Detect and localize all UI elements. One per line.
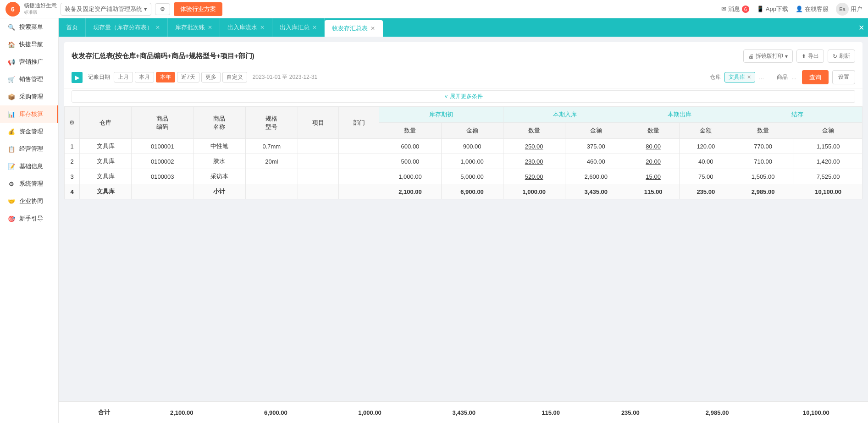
print-button[interactable]: 🖨 拆镜版打印 ▾ — [743, 49, 793, 63]
more-btn[interactable]: 更多 — [201, 72, 221, 82]
date-range: 2023-01-01 至 2023-12-31 — [253, 73, 317, 81]
out-group-header: 本期出库 — [627, 107, 732, 123]
row-out-qty[interactable]: 80.00 — [627, 139, 680, 154]
row-close-qty: 2,985.00 — [732, 184, 794, 199]
row-in-qty[interactable]: 520.00 — [503, 169, 565, 184]
row-name: 胶水 — [194, 154, 245, 169]
row-project — [298, 139, 339, 154]
online-service-label: 在线客服 — [805, 5, 829, 13]
tab-close-recv-send[interactable]: ✕ — [370, 25, 375, 32]
goods-filter-dots[interactable]: ... — [791, 74, 796, 81]
message-label: 消息 — [728, 5, 740, 13]
in-qty-link[interactable]: 520.00 — [525, 173, 543, 180]
out-qty-link[interactable]: 20.00 — [646, 158, 661, 165]
opening-group-header: 库存期初 — [379, 107, 503, 123]
tab-flow[interactable]: 出入库流水✕ — [220, 18, 272, 37]
custom-btn[interactable]: 自定义 — [222, 72, 247, 82]
sidebar-item-finance[interactable]: 💰资金管理 — [0, 123, 58, 140]
row-open-amt: 5,000.00 — [441, 169, 503, 184]
tab-close-flow[interactable]: ✕ — [260, 24, 265, 31]
in-qty-link[interactable]: 250.00 — [525, 143, 543, 150]
sidebar-item-system[interactable]: ⚙系统管理 — [0, 175, 58, 192]
purchase-icon: 📦 — [7, 93, 16, 101]
row-no: 1 — [65, 139, 80, 154]
message-item[interactable]: ✉ 消息 6 — [721, 5, 749, 13]
sidebar-item-sales[interactable]: 🛒销售管理 — [0, 71, 58, 88]
row-out-qty[interactable]: 20.00 — [627, 154, 680, 169]
trial-button[interactable]: 体验行业方案 — [174, 2, 222, 16]
enterprise-icon: 🤝 — [7, 197, 16, 205]
warehouse-filter-label: 仓库 — [710, 73, 721, 81]
settings-button[interactable]: ⚙ — [155, 3, 170, 15]
tab-label-home: 首页 — [66, 23, 78, 32]
open-amt-header: 金额 — [441, 123, 503, 139]
filter-expand-button[interactable]: ▶ — [72, 72, 83, 83]
row-out-amt: 40.00 — [680, 154, 732, 169]
in-qty-link[interactable]: 230.00 — [525, 158, 543, 165]
warehouse-tag[interactable]: 文具库 ✕ — [724, 72, 755, 82]
sidebar-item-enterprise[interactable]: 🤝企业协同 — [0, 192, 58, 210]
row-name: 小计 — [194, 184, 245, 199]
user-item[interactable]: Ea 用户 — [836, 3, 862, 16]
in-group-header: 本期入库 — [503, 107, 627, 123]
user-label: 用户 — [851, 5, 862, 13]
row-open-qty: 500.00 — [379, 154, 441, 169]
sidebar-item-quick-nav[interactable]: 🏠快捷导航 — [0, 36, 58, 53]
export-button[interactable]: ⬆ 导出 — [796, 49, 824, 63]
dropdown-icon: ▾ — [144, 5, 147, 12]
sidebar-label-finance: 资金管理 — [19, 127, 43, 136]
sidebar-item-inventory[interactable]: 📊库存核算 — [0, 105, 58, 123]
sidebar-item-purchase[interactable]: 📦采购管理 — [0, 88, 58, 105]
settings-col-header[interactable]: ⚙ — [65, 107, 80, 139]
tab-stock-dist[interactable]: 现存量（库存分布表）✕ — [86, 18, 168, 37]
row-in-qty[interactable]: 230.00 — [503, 154, 565, 169]
out-qty-link[interactable]: 80.00 — [646, 143, 661, 150]
row-out-qty[interactable]: 15.00 — [627, 169, 680, 184]
setting-button[interactable]: 设置 — [832, 70, 855, 84]
tab-summary[interactable]: 出入库汇总✕ — [272, 18, 325, 37]
sidebar-label-basic-info: 基础信息 — [19, 162, 43, 170]
refresh-button[interactable]: ↻ 刷新 — [828, 49, 855, 63]
page-title: 收发存汇总表(按仓库+商品编码+商品+规格型号+项目+部门) — [72, 52, 254, 60]
open-qty-header: 数量 — [379, 123, 441, 139]
table-row: 3 文具库 0100003 采访本 1,000.00 5,000.00 520.… — [65, 169, 862, 184]
sidebar-item-operations[interactable]: 📋经营管理 — [0, 140, 58, 158]
warehouse-tag-close[interactable]: ✕ — [747, 74, 751, 80]
row-close-qty: 710.00 — [732, 154, 794, 169]
sidebar-item-guide[interactable]: 🎯新手引导 — [0, 210, 58, 227]
app-download-item[interactable]: 📱 App下载 — [757, 5, 788, 13]
tab-close-summary[interactable]: ✕ — [312, 24, 317, 31]
out-qty-link[interactable]: 15.00 — [646, 173, 661, 180]
tab-batch[interactable]: 库存批次账✕ — [168, 18, 220, 37]
total-label: 合计 — [73, 406, 135, 419]
sidebar-item-basic-info[interactable]: 📝基础信息 — [0, 158, 58, 175]
tab-home[interactable]: 首页 — [59, 18, 86, 37]
total-out-qty: 115.00 — [511, 406, 591, 419]
cur-month-btn[interactable]: 本月 — [135, 72, 154, 82]
row-warehouse: 文具库 — [80, 139, 132, 154]
total-in-amt: 3,435.00 — [417, 406, 511, 419]
prev-month-btn[interactable]: 上月 — [114, 72, 133, 82]
sidebar-item-search[interactable]: 🔍搜索菜单 — [0, 18, 58, 36]
row-close-qty: 770.00 — [732, 139, 794, 154]
row-dept — [338, 169, 379, 184]
system-selector[interactable]: 装备及固定资产辅助管理系统 ▾ — [61, 3, 151, 16]
cur-year-btn[interactable]: 本年 — [156, 72, 175, 82]
query-button[interactable]: 查询 — [802, 70, 829, 84]
tab-bar-close[interactable]: ✕ — [858, 23, 864, 32]
online-service-item[interactable]: 👤 在线客服 — [796, 5, 829, 13]
tab-close-batch[interactable]: ✕ — [208, 24, 212, 31]
row-close-qty: 1,505.00 — [732, 169, 794, 184]
tab-close-stock-dist[interactable]: ✕ — [155, 24, 160, 31]
row-code: 0100002 — [132, 154, 194, 169]
table-row: 2 文具库 0100002 胶水 20ml 500.00 1,000.00 23… — [65, 154, 862, 169]
row-in-qty[interactable]: 250.00 — [503, 139, 565, 154]
warehouse-filter-dots[interactable]: ... — [759, 74, 764, 81]
expand-more-btn[interactable]: ∨ 展开更多条件 — [72, 90, 855, 103]
last7-btn[interactable]: 近7天 — [177, 72, 199, 82]
sidebar-item-marketing[interactable]: 📢营销推广 — [0, 53, 58, 71]
tab-recv-send[interactable]: 收发存汇总表✕ — [325, 20, 383, 37]
main-table: ⚙ 仓库 商品编码 商品名称 规格型号 项目 部门 库存期初 本期入库 — [64, 106, 862, 199]
tab-label-flow: 出入库流水 — [227, 23, 257, 32]
row-code: 0100001 — [132, 139, 194, 154]
